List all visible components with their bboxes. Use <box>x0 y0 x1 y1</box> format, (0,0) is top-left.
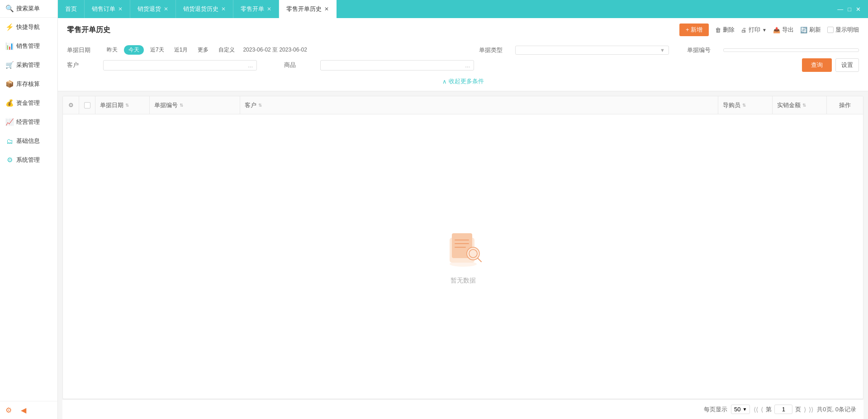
date-range-display: 2023-06-02 至 2023-06-02 <box>243 46 307 54</box>
customer-filter-input[interactable]: ... <box>103 60 257 71</box>
settings-button[interactable]: 设置 <box>835 58 859 72</box>
select-all-checkbox[interactable] <box>79 96 95 114</box>
sidebar-label-sys-mgmt: 系统管理 <box>16 156 40 164</box>
tab-home[interactable]: 首页 <box>58 0 85 18</box>
page-nav: ⟨⟨ ⟨ 第 页 ⟩ ⟩⟩ <box>754 405 813 414</box>
col-number[interactable]: 单据编号 ⇅ <box>150 96 240 114</box>
date-btn-today[interactable]: 今天 <box>124 45 144 55</box>
page-size-arrow: ▼ <box>742 407 747 412</box>
print-button[interactable]: 🖨 打印 ▼ <box>741 26 767 34</box>
date-btn-yesterday[interactable]: 昨天 <box>103 45 121 55</box>
tab-sales-order-close[interactable]: ✕ <box>118 6 123 12</box>
date-btn-7days[interactable]: 近7天 <box>147 45 168 55</box>
sidebar-item-basic-info[interactable]: 🗂 基础信息 <box>0 132 57 151</box>
collapse-label: 收起更多条件 <box>449 77 484 85</box>
sidebar-item-ops-mgmt[interactable]: 📈 经营管理 <box>0 113 57 132</box>
print-dropdown-icon: ▼ <box>762 28 767 33</box>
collapse-filter-button[interactable]: ∧ 收起更多条件 <box>67 75 859 87</box>
customer-filter-label: 客户 <box>67 61 94 69</box>
refresh-label: 刷新 <box>809 26 821 34</box>
svg-line-8 <box>478 258 481 262</box>
delete-label: 删除 <box>723 26 735 34</box>
col-guide[interactable]: 导购员 ⇅ <box>718 96 773 114</box>
query-button[interactable]: 查询 <box>802 58 832 72</box>
window-minimize-icon[interactable]: — <box>837 6 843 13</box>
page-size-value: 50 <box>734 406 740 413</box>
tab-bar: 首页 销售订单 ✕ 销货退货 ✕ 销货退货历史 ✕ 零售开单 ✕ 零售开单历史 … <box>58 0 868 18</box>
sidebar-item-finance-mgmt[interactable]: 💰 资金管理 <box>0 94 57 113</box>
window-close-icon[interactable]: ✕ <box>856 6 861 13</box>
print-label: 打印 <box>749 26 760 34</box>
date-btn-1month[interactable]: 近1月 <box>171 45 192 55</box>
sidebar-label-inventory: 库存核算 <box>16 80 40 88</box>
type-filter-label: 单据类型 <box>479 46 506 54</box>
page-last-button[interactable]: ⟩⟩ <box>809 406 813 413</box>
tab-retail-open-history-close[interactable]: ✕ <box>324 6 329 12</box>
page-prev-button[interactable]: ⟨ <box>761 406 763 413</box>
tab-retail-open-close[interactable]: ✕ <box>267 6 271 12</box>
col-customer-sort: ⇅ <box>258 103 262 108</box>
purchase-mgmt-icon: 🛒 <box>5 61 14 69</box>
tab-sales-order[interactable]: 销售订单 ✕ <box>85 0 130 18</box>
add-button[interactable]: + 新增 <box>679 24 709 36</box>
export-button[interactable]: 📤 导出 <box>773 26 794 34</box>
window-maximize-icon[interactable]: □ <box>848 6 851 13</box>
sidebar-item-purchase-mgmt[interactable]: 🛒 采购管理 <box>0 56 57 75</box>
tab-retail-open-history-label: 零售开单历史 <box>286 5 322 13</box>
basic-info-icon: 🗂 <box>5 137 14 145</box>
page-first-button[interactable]: ⟨⟨ <box>754 406 758 413</box>
number-filter-input[interactable] <box>723 48 859 52</box>
delete-button[interactable]: 🗑 删除 <box>715 26 735 34</box>
page-next-button[interactable]: ⟩ <box>804 406 806 413</box>
refresh-button[interactable]: 🔄 刷新 <box>800 26 821 34</box>
empty-illustration <box>441 229 486 269</box>
sidebar-search[interactable]: 🔍 搜索菜单 <box>0 0 57 18</box>
col-customer[interactable]: 客户 ⇅ <box>240 96 718 114</box>
sidebar-item-sales-mgmt[interactable]: 📊 销售管理 <box>0 37 57 56</box>
sidebar-label-finance-mgmt: 资金管理 <box>16 99 40 107</box>
tab-sales-return[interactable]: 销货退货 ✕ <box>130 0 176 18</box>
sidebar-label-quick-nav: 快捷导航 <box>16 23 40 31</box>
col-amount[interactable]: 实销金额 ⇅ <box>773 96 827 114</box>
product-filter-input[interactable]: ... <box>320 60 474 71</box>
tab-sales-return-history[interactable]: 销货退货历史 ✕ <box>176 0 233 18</box>
filter-area: 单据日期 昨天 今天 近7天 近1月 更多 自定义 2023-06-02 至 2… <box>67 41 859 91</box>
col-date-sort: ⇅ <box>125 103 129 108</box>
col-date[interactable]: 单据日期 ⇅ <box>95 96 150 114</box>
delete-icon: 🗑 <box>715 27 721 33</box>
refresh-icon: 🔄 <box>800 27 807 33</box>
collapse-sidebar-icon[interactable]: ◀ <box>21 406 26 414</box>
page-number-input[interactable] <box>774 405 792 414</box>
sidebar-label-purchase-mgmt: 采购管理 <box>16 61 40 69</box>
page-size-select[interactable]: 50 ▼ <box>731 405 750 414</box>
sidebar-item-inventory[interactable]: 📦 库存核算 <box>0 75 57 94</box>
tab-sales-return-history-close[interactable]: ✕ <box>221 6 226 12</box>
date-filter-label: 单据日期 <box>67 46 94 54</box>
col-guide-label: 导购员 <box>723 101 740 109</box>
column-settings-button[interactable]: ⚙ <box>63 96 79 114</box>
date-btn-more[interactable]: 更多 <box>194 45 212 55</box>
empty-text: 暂无数据 <box>451 277 476 285</box>
finance-mgmt-icon: 💰 <box>5 99 14 107</box>
sidebar-item-sys-mgmt[interactable]: ⚙ 系统管理 <box>0 151 57 169</box>
sidebar: 🔍 搜索菜单 ⚡ 快捷导航 📊 销售管理 🛒 采购管理 📦 库存核算 💰 资金管… <box>0 0 58 419</box>
checkbox-icon <box>84 102 90 108</box>
tab-sales-return-history-label: 销货退货历史 <box>183 5 218 13</box>
page-suffix: 页 <box>795 405 801 414</box>
print-icon: 🖨 <box>741 27 747 33</box>
col-action: 操作 <box>827 96 863 114</box>
sidebar-bottom: ⚙ ◀ <box>0 401 57 419</box>
page-label: 第 <box>766 405 772 414</box>
tab-retail-open-history[interactable]: 零售开单历史 ✕ <box>279 0 337 18</box>
settings-bottom-icon[interactable]: ⚙ <box>5 406 12 414</box>
settings-icon: ⚙ <box>68 102 74 108</box>
tab-sales-return-close[interactable]: ✕ <box>164 6 168 12</box>
type-filter-select[interactable]: ▼ <box>515 46 669 55</box>
page-size-label: 每页显示 <box>704 405 727 414</box>
sidebar-label-ops-mgmt: 经营管理 <box>16 118 40 126</box>
collapse-up-icon: ∧ <box>442 78 447 85</box>
sidebar-item-quick-nav[interactable]: ⚡ 快捷导航 <box>0 18 57 37</box>
date-btn-custom[interactable]: 自定义 <box>215 45 238 55</box>
tab-retail-open[interactable]: 零售开单 ✕ <box>233 0 279 18</box>
display-detail-button[interactable]: 显示明细 <box>827 26 859 34</box>
